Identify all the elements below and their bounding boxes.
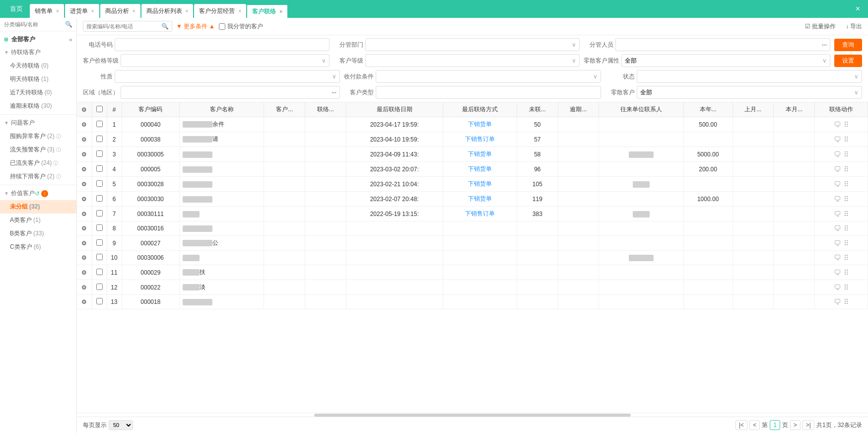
close-icon[interactable]: × <box>91 8 94 14</box>
export-btn[interactable]: ↓ 导出 <box>846 22 862 31</box>
tab-customer-segment[interactable]: 客户分层经营 × <box>194 4 246 18</box>
action-cell[interactable]: 🗨⠿ <box>814 207 868 221</box>
row-select-checkbox[interactable] <box>96 239 103 246</box>
close-icon[interactable]: × <box>238 8 241 14</box>
more-action-icon[interactable]: ⠿ <box>844 239 849 247</box>
sidebar-item-overdue[interactable]: 逾期未联络 (30) <box>0 99 76 113</box>
last-month-col-header[interactable]: 上月... <box>733 102 774 117</box>
first-page-btn[interactable]: |< <box>735 420 747 430</box>
row-gear-icon[interactable]: ⚙ <box>77 147 92 162</box>
contact-icon[interactable]: 🗨 <box>834 165 841 173</box>
sidebar-item-churn-warning[interactable]: 流失预警客户 (3) ⓘ <box>0 143 76 156</box>
next-page-btn[interactable]: > <box>790 420 801 430</box>
more-action-icon[interactable]: ⠿ <box>844 254 849 262</box>
row-select-checkbox[interactable] <box>96 298 103 304</box>
more-action-icon[interactable]: ⠿ <box>844 136 849 144</box>
dept-select[interactable]: ∨ <box>365 38 580 51</box>
nature-select[interactable]: ∨ <box>115 70 340 83</box>
sidebar-group-value[interactable]: ▼ 价值客户 ↺ ! <box>0 187 76 200</box>
code-col-header[interactable]: 客户编码 <box>122 102 180 117</box>
contact-col-header[interactable]: 联络... <box>305 102 346 117</box>
more-action-icon[interactable]: ⠿ <box>844 165 849 173</box>
row-gear-icon[interactable]: ⚙ <box>77 221 92 236</box>
action-cell[interactable]: 🗨⠿ <box>814 265 868 280</box>
sidebar-item-class-a[interactable]: A类客户 (1) <box>0 214 76 227</box>
my-customers-check[interactable] <box>219 23 225 30</box>
row-select-checkbox[interactable] <box>96 165 103 172</box>
prev-page-btn[interactable]: < <box>749 420 760 430</box>
collapse-icon[interactable]: « <box>69 36 72 43</box>
row-select-checkbox[interactable] <box>96 121 103 127</box>
last-contact-method[interactable] <box>443 236 517 251</box>
contact-icon[interactable]: 🗨 <box>834 298 841 306</box>
row-gear-icon[interactable]: ⚙ <box>77 280 92 295</box>
last-contact-method[interactable] <box>443 251 517 265</box>
action-cell[interactable]: 🗨⠿ <box>814 192 868 207</box>
row-select-checkbox[interactable] <box>96 150 103 157</box>
row-checkbox[interactable] <box>92 177 107 192</box>
search-box[interactable]: 🔍 <box>83 21 172 32</box>
more-conditions-btn[interactable]: ▼ 更多条件 ▲ <box>176 22 215 31</box>
more-action-icon[interactable]: ⠿ <box>844 210 849 218</box>
page-size-select[interactable]: 50 100 <box>109 420 133 430</box>
batch-ops-btn[interactable]: ☑ 批量操作 <box>805 22 836 31</box>
contact-icon[interactable]: 🗨 <box>834 224 841 232</box>
row-select-checkbox[interactable] <box>96 136 103 142</box>
row-gear-icon[interactable]: ⚙ <box>77 177 92 192</box>
action-cell[interactable]: 🗨⠿ <box>814 221 868 236</box>
checkbox-col-header[interactable] <box>92 102 107 117</box>
search-input[interactable] <box>86 23 159 29</box>
sidebar-item-today-pending[interactable]: 今天待联络 (0) <box>0 59 76 72</box>
last-contact-method[interactable] <box>443 280 517 295</box>
sidebar-group-pending[interactable]: ▼ 待联络客户 <box>0 46 76 59</box>
cust-type-input[interactable] <box>376 86 601 99</box>
row-gear-icon[interactable]: ⚙ <box>77 132 92 147</box>
contact-icon[interactable]: 🗨 <box>834 136 841 144</box>
action-cell[interactable]: 🗨⠿ <box>814 295 868 309</box>
close-icon[interactable]: × <box>279 9 282 14</box>
query-button[interactable]: 查询 <box>834 39 862 51</box>
overdue-col-header[interactable]: 逾期... <box>558 102 599 117</box>
row-checkbox[interactable] <box>92 207 107 221</box>
partner-col-header[interactable]: 往来单位联系人 <box>599 102 683 117</box>
last-contact-method[interactable]: 下销售订单 <box>443 207 517 221</box>
row-checkbox[interactable] <box>92 147 107 162</box>
row-select-checkbox[interactable] <box>96 284 103 290</box>
sidebar-item-class-b[interactable]: B类客户 (33) <box>0 227 76 240</box>
price-level-select[interactable]: ∨ <box>121 54 330 67</box>
category-search-input[interactable] <box>4 21 65 27</box>
status-select[interactable]: ∨ <box>637 70 862 83</box>
sidebar-item-tomorrow-pending[interactable]: 明天待联络 (1) <box>0 72 76 86</box>
row-gear-icon[interactable]: ⚙ <box>77 192 92 207</box>
sidebar-item-declining[interactable]: 持续下滑客户 (2) ⓘ <box>0 170 76 183</box>
type-col-header[interactable]: 客户... <box>264 102 305 117</box>
row-select-checkbox[interactable] <box>96 210 103 216</box>
contact-icon[interactable]: 🗨 <box>834 269 841 277</box>
more-action-icon[interactable]: ⠿ <box>844 121 849 129</box>
more-action-icon[interactable]: ⠿ <box>844 284 849 291</box>
last-method-col-header[interactable]: 最后联络方式 <box>443 102 517 117</box>
refresh-icon[interactable]: ↺ <box>35 190 40 197</box>
this-year-col-header[interactable]: 本年... <box>683 102 733 117</box>
row-checkbox[interactable] <box>92 221 107 236</box>
this-month-col-header[interactable]: 本月... <box>774 102 815 117</box>
more-action-icon[interactable]: ⠿ <box>844 224 849 232</box>
row-checkbox[interactable] <box>92 265 107 280</box>
action-cell[interactable]: 🗨⠿ <box>814 117 868 132</box>
close-icon[interactable]: × <box>133 8 135 14</box>
sidebar-item-class-c[interactable]: C类客户 (6) <box>0 240 76 254</box>
sidebar-item-ungrouped[interactable]: 未分组 (32) <box>0 200 76 214</box>
row-checkbox[interactable] <box>92 236 107 251</box>
name-col-header[interactable]: 客户名称 <box>180 102 264 117</box>
my-customers-checkbox[interactable]: 我分管的客户 <box>219 22 263 31</box>
last-page-btn[interactable]: >| <box>802 420 814 430</box>
contact-icon[interactable]: 🗨 <box>834 180 841 188</box>
sidebar-item-abnormal[interactable]: 囤购异常客户 (2) ⓘ <box>0 130 76 143</box>
action-cell[interactable]: 🗨⠿ <box>814 162 868 177</box>
row-checkbox[interactable] <box>92 192 107 207</box>
last-contact-method[interactable]: 下销货单 <box>443 162 517 177</box>
contact-icon[interactable]: 🗨 <box>834 254 841 262</box>
more-action-icon[interactable]: ⠿ <box>844 298 849 306</box>
close-icon[interactable]: × <box>186 8 189 14</box>
row-select-checkbox[interactable] <box>96 195 103 202</box>
